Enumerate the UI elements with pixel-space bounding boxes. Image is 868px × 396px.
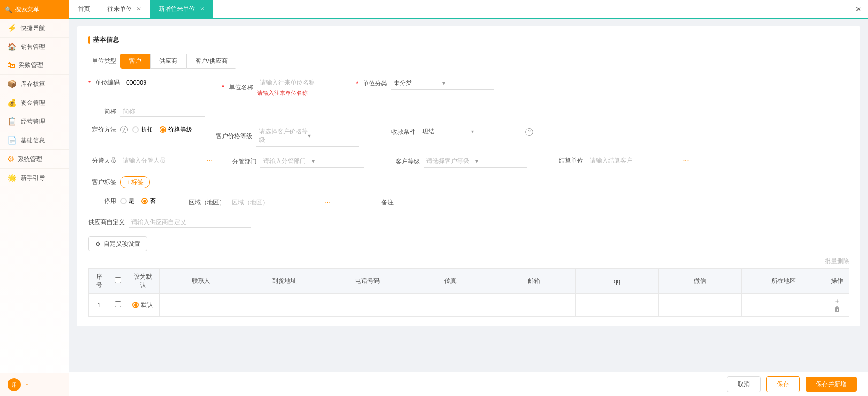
supplier-custom-row: 供应商自定义 — [88, 217, 849, 228]
row-no: 1 — [89, 294, 110, 317]
sidebar-item-finance[interactable]: 💰 资金管理 — [0, 93, 69, 112]
payment-terms-help-icon[interactable]: ? — [525, 128, 533, 136]
sidebar-item-base[interactable]: 📄 基础信息 — [0, 131, 69, 150]
purchase-icon: 🛍 — [8, 61, 15, 70]
unit-type-buttons: 客户 供应商 客户/供应商 — [120, 54, 236, 69]
disabled-no-radio-dot — [143, 200, 146, 203]
disabled-yes-radio[interactable]: 是 — [120, 197, 135, 205]
tab-add-partner[interactable]: 新增往来单位 ✕ — [150, 0, 213, 18]
remarks-input[interactable] — [397, 197, 538, 208]
operation-icon: 📋 — [8, 117, 17, 126]
save-button[interactable]: 保存 — [766, 376, 800, 392]
manager-input[interactable] — [120, 155, 205, 166]
pricing-method-label: 定价方法 — [88, 125, 116, 134]
col-contact: 联系人 — [160, 269, 243, 294]
sidebar-item-guide[interactable]: 🌟 新手引导 — [0, 169, 69, 187]
settlement-more-btn[interactable]: ··· — [681, 156, 691, 165]
row-add-btn[interactable]: ＋ — [834, 297, 840, 305]
col-email: 邮箱 — [492, 269, 575, 294]
col-phone: 电话号码 — [326, 269, 409, 294]
pricing-method-group: 定价方法 ? 折扣 价格等级 — [88, 125, 192, 134]
unit-name-required: * — [222, 84, 224, 91]
short-name-input[interactable] — [120, 106, 205, 117]
tab-bar: 首页 往来单位 ✕ 新增往来单位 ✕ ✕ — [69, 0, 868, 19]
unit-name-error-msg: 请输入往来单位名称 — [257, 89, 342, 97]
row-fax-input[interactable] — [414, 302, 487, 309]
row-address-input[interactable] — [248, 302, 321, 309]
row-delete-btn[interactable]: 🗑 — [834, 305, 840, 313]
dept-label: 分管部门 — [228, 157, 257, 166]
row-email-input[interactable] — [497, 302, 570, 309]
custom-settings-button[interactable]: ⚙ 自定义项设置 — [88, 236, 147, 251]
row-default-radio[interactable]: 默认 — [131, 301, 154, 309]
row-phone-input[interactable] — [331, 302, 404, 309]
row-contact[interactable] — [160, 294, 243, 317]
sidebar-item-system[interactable]: ⚙ 系统管理 — [0, 150, 69, 169]
remarks-group: 备注 — [365, 197, 538, 208]
row-checkbox[interactable] — [110, 294, 126, 317]
settings-icon: ⚙ — [95, 241, 101, 248]
customer-level-select[interactable]: 请选择客户等级 ▾ — [424, 155, 527, 168]
customer-level-group: 客户等级 请选择客户等级 ▾ — [392, 155, 527, 168]
row-address[interactable] — [243, 294, 326, 317]
pricing-grade-radio[interactable]: 价格等级 — [160, 125, 192, 134]
short-name-row: 简称 — [88, 106, 849, 117]
tags-row: 客户标签 + 标签 — [88, 176, 849, 188]
tab-add-partner-close[interactable]: ✕ — [200, 6, 205, 12]
row-wechat[interactable] — [659, 294, 742, 317]
disabled-no-radio[interactable]: 否 — [141, 197, 156, 205]
unit-category-chevron-icon: ▾ — [442, 80, 491, 86]
tags-label: 客户标签 — [88, 178, 116, 186]
sidebar-item-inventory[interactable]: 📦 库存核算 — [0, 75, 69, 93]
tab-partner[interactable]: 往来单位 ✕ — [99, 0, 150, 18]
supplier-custom-input[interactable] — [129, 217, 251, 228]
region-label: 区域（地区） — [189, 198, 225, 207]
pricing-help-icon[interactable]: ? — [120, 126, 128, 133]
payment-terms-select[interactable]: 现结 ▾ — [419, 125, 523, 138]
sidebar-item-sales[interactable]: 🏠 销售管理 — [0, 38, 69, 56]
cancel-button[interactable]: 取消 — [727, 376, 761, 392]
tab-partner-close[interactable]: ✕ — [137, 6, 141, 12]
col-address: 到货地址 — [243, 269, 326, 294]
manager-more-btn[interactable]: ··· — [205, 156, 214, 165]
row-select-checkbox[interactable] — [115, 301, 121, 307]
row-email[interactable] — [492, 294, 575, 317]
tag-add-button[interactable]: + 标签 — [120, 176, 150, 188]
tab-bar-close-all[interactable]: ✕ — [849, 5, 868, 14]
tab-home[interactable]: 首页 — [69, 0, 99, 18]
manager-group: 分管人员 ··· — [88, 155, 214, 166]
unit-type-both-btn[interactable]: 客户/供应商 — [186, 54, 236, 69]
row-phone[interactable] — [326, 294, 409, 317]
dept-select[interactable]: 请输入分管部门 ▾ — [260, 155, 364, 168]
region-input[interactable] — [229, 197, 323, 208]
row-qq[interactable] — [575, 294, 658, 317]
row-region[interactable] — [742, 294, 825, 317]
row-region-input[interactable] — [746, 302, 820, 309]
unit-category-select[interactable]: 未分类 ▾ — [391, 77, 494, 90]
unit-type-customer-btn[interactable]: 客户 — [120, 54, 150, 69]
row-wechat-input[interactable] — [663, 302, 737, 309]
customer-price-select[interactable]: 请选择客户价格等级 ▾ — [256, 125, 359, 147]
unit-code-input[interactable] — [123, 77, 208, 88]
row-contact-input[interactable] — [164, 302, 237, 309]
unit-name-group: * 单位名称 请输入往来单位名称 — [222, 77, 342, 97]
sidebar-item-quick-nav[interactable]: ⚡ 快捷导航 — [0, 19, 69, 38]
row-qq-input[interactable] — [580, 302, 654, 309]
unit-type-supplier-btn[interactable]: 供应商 — [150, 54, 186, 69]
payment-terms-label: 收款条件 — [388, 128, 416, 136]
row-default-radio-circle — [132, 302, 139, 308]
table-header-checkbox[interactable] — [115, 277, 121, 283]
save-new-button[interactable]: 保存并新增 — [806, 377, 857, 392]
sidebar-item-purchase[interactable]: 🛍 采购管理 — [0, 56, 69, 75]
row-fax[interactable] — [409, 294, 492, 317]
sidebar-search[interactable]: 🔍 搜索菜单 — [0, 0, 69, 19]
region-more-btn[interactable]: ··· — [323, 198, 333, 207]
table-row: 1 默认 — [89, 294, 849, 317]
disabled-group: 停用 是 否 — [88, 197, 156, 205]
system-icon: ⚙ — [8, 155, 14, 163]
unit-name-input[interactable] — [257, 77, 342, 88]
sidebar-item-operation[interactable]: 📋 经营管理 — [0, 112, 69, 131]
settlement-input[interactable] — [587, 155, 681, 166]
pricing-discount-radio[interactable]: 折扣 — [132, 125, 153, 134]
batch-delete-btn[interactable]: 批量删除 — [88, 257, 849, 265]
